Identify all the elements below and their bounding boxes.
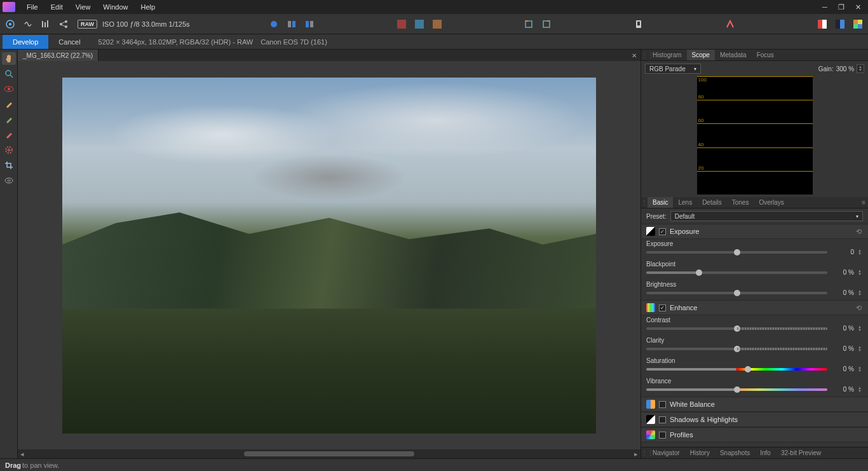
slider-thumb[interactable] bbox=[734, 386, 740, 393]
tab-info[interactable]: Info bbox=[755, 447, 776, 458]
menu-edit[interactable]: Edit bbox=[44, 1, 69, 13]
slider-value[interactable]: 0 % bbox=[831, 365, 854, 372]
slider-thumb[interactable] bbox=[734, 346, 740, 352]
section-white-balance[interactable]: White Balance bbox=[641, 397, 868, 412]
tab-tones[interactable]: Tones bbox=[727, 197, 754, 208]
gain-value[interactable]: 300 % bbox=[836, 65, 854, 72]
slider-thumb[interactable] bbox=[734, 325, 740, 332]
crop-tool-icon[interactable] bbox=[2, 159, 16, 172]
exposure-checkbox[interactable] bbox=[659, 228, 666, 235]
develop-button[interactable]: Develop bbox=[3, 35, 48, 49]
slider-thumb[interactable] bbox=[734, 249, 740, 256]
menu-help[interactable]: Help bbox=[134, 1, 161, 13]
document-close-icon[interactable]: ✕ bbox=[628, 52, 641, 59]
slider-stepper[interactable]: ▲▼ bbox=[858, 249, 863, 256]
tab-history[interactable]: History bbox=[685, 447, 715, 458]
tab-overlays[interactable]: Overlays bbox=[754, 197, 789, 208]
auto-icon[interactable] bbox=[722, 17, 738, 32]
share-icon[interactable] bbox=[56, 17, 71, 32]
slider-value[interactable]: 0 % bbox=[831, 386, 854, 393]
slider-value[interactable]: 0 % bbox=[831, 325, 854, 332]
reset-icon[interactable]: ⟲ bbox=[854, 303, 863, 312]
tab-metadata[interactable]: Metadata bbox=[715, 50, 752, 60]
shadows-checkbox[interactable] bbox=[659, 416, 666, 423]
rotate-right-icon[interactable] bbox=[539, 17, 554, 32]
panel-grip-icon[interactable]: ⋮⋮ bbox=[641, 199, 648, 206]
tab-lens[interactable]: Lens bbox=[673, 197, 697, 208]
canvas[interactable] bbox=[18, 61, 641, 449]
section-profiles[interactable]: Profiles bbox=[641, 427, 868, 442]
scope-mode-dropdown[interactable]: RGB Parade bbox=[645, 64, 701, 74]
clip-tones-icon[interactable] bbox=[430, 17, 445, 32]
clip-shadows-icon[interactable] bbox=[394, 17, 409, 32]
slider-track[interactable] bbox=[646, 251, 827, 254]
tab-snapshots[interactable]: Snapshots bbox=[715, 447, 755, 458]
minimize-button[interactable]: ─ bbox=[817, 1, 832, 13]
adjust-scroll[interactable]: Preset: Default Exposure ⟲ Exposure0▲▼Bl… bbox=[641, 208, 868, 447]
slider-thumb[interactable] bbox=[745, 366, 751, 372]
tab-focus[interactable]: Focus bbox=[752, 50, 779, 60]
redeye-tool-icon[interactable] bbox=[2, 83, 16, 95]
menu-view[interactable]: View bbox=[69, 1, 97, 13]
section-exposure[interactable]: Exposure ⟲ bbox=[641, 224, 868, 239]
tab-32bit-preview[interactable]: 32-bit Preview bbox=[776, 447, 826, 458]
slider-thumb[interactable] bbox=[734, 290, 740, 296]
profiles-checkbox[interactable] bbox=[659, 432, 666, 439]
cancel-button[interactable]: Cancel bbox=[48, 36, 90, 48]
swatches-red-icon[interactable] bbox=[815, 17, 830, 32]
panel-menu-icon[interactable]: ≡ bbox=[859, 199, 868, 206]
tab-scope[interactable]: Scope bbox=[687, 50, 715, 60]
slider-track[interactable] bbox=[646, 292, 827, 294]
reset-icon[interactable]: ⟲ bbox=[854, 227, 863, 236]
maximize-button[interactable]: ❐ bbox=[834, 1, 849, 13]
slider-track[interactable] bbox=[646, 368, 827, 371]
split-view-icon[interactable] bbox=[284, 17, 299, 32]
section-enhance[interactable]: Enhance ⟲ bbox=[641, 300, 868, 315]
gain-stepper[interactable]: ▲▼ bbox=[857, 64, 864, 73]
section-shadows-highlights[interactable]: Shadows & Highlights bbox=[641, 412, 868, 427]
liquify-persona-icon[interactable] bbox=[20, 17, 36, 32]
preset-dropdown[interactable]: Default bbox=[670, 211, 863, 221]
slider-value[interactable]: 0 bbox=[831, 249, 854, 256]
slider-stepper[interactable]: ▲▼ bbox=[858, 325, 863, 332]
mirror-view-icon[interactable] bbox=[302, 17, 317, 32]
menu-window[interactable]: Window bbox=[97, 1, 134, 13]
photo-persona-icon[interactable] bbox=[3, 17, 18, 32]
slider-value[interactable]: 0 % bbox=[831, 289, 854, 296]
slider-stepper[interactable]: ▲▼ bbox=[858, 270, 863, 276]
document-tab[interactable]: _MG_1663.CR2 (22.7%) bbox=[18, 50, 98, 61]
horizontal-scrollbar[interactable]: ◂ ▸ bbox=[18, 449, 641, 458]
slider-track[interactable] bbox=[646, 388, 827, 391]
hand-tool-icon[interactable] bbox=[2, 52, 16, 65]
panel-grip-icon[interactable]: ⋮⋮ bbox=[641, 449, 648, 456]
slider-track[interactable] bbox=[646, 348, 827, 350]
swatches-multi-icon[interactable] bbox=[850, 17, 865, 32]
slider-value[interactable]: 0 % bbox=[831, 345, 854, 352]
slider-value[interactable]: 0 % bbox=[831, 269, 854, 276]
blemish-tool-icon[interactable] bbox=[2, 128, 16, 141]
slider-stepper[interactable]: ▲▼ bbox=[858, 346, 863, 352]
tab-histogram[interactable]: Histogram bbox=[648, 50, 687, 60]
slider-stepper[interactable]: ▲▼ bbox=[858, 386, 863, 393]
panel-grip-icon[interactable]: ⋮⋮ bbox=[641, 51, 648, 58]
overlay-tool-icon[interactable] bbox=[2, 144, 16, 156]
single-view-icon[interactable] bbox=[266, 17, 281, 32]
tab-details[interactable]: Details bbox=[697, 197, 727, 208]
close-button[interactable]: ✕ bbox=[850, 1, 865, 13]
zoom-tool-icon[interactable] bbox=[2, 67, 16, 80]
sync-icon[interactable] bbox=[631, 17, 646, 32]
slider-stepper[interactable]: ▲▼ bbox=[858, 290, 863, 296]
tone-persona-icon[interactable] bbox=[38, 17, 53, 32]
swatches-blue-icon[interactable] bbox=[832, 17, 848, 32]
gradient-tool-icon[interactable] bbox=[2, 174, 16, 187]
brush-tool-icon[interactable] bbox=[2, 98, 16, 111]
slider-stepper[interactable]: ▲▼ bbox=[858, 366, 863, 372]
white-balance-checkbox[interactable] bbox=[659, 401, 666, 408]
rotate-left-icon[interactable] bbox=[521, 17, 536, 32]
enhance-checkbox[interactable] bbox=[659, 304, 666, 311]
scrollbar-thumb[interactable] bbox=[244, 451, 415, 456]
menu-file[interactable]: File bbox=[20, 1, 44, 13]
clone-tool-icon[interactable] bbox=[2, 113, 16, 126]
slider-track[interactable] bbox=[646, 327, 827, 330]
clip-highlights-icon[interactable] bbox=[412, 17, 427, 32]
